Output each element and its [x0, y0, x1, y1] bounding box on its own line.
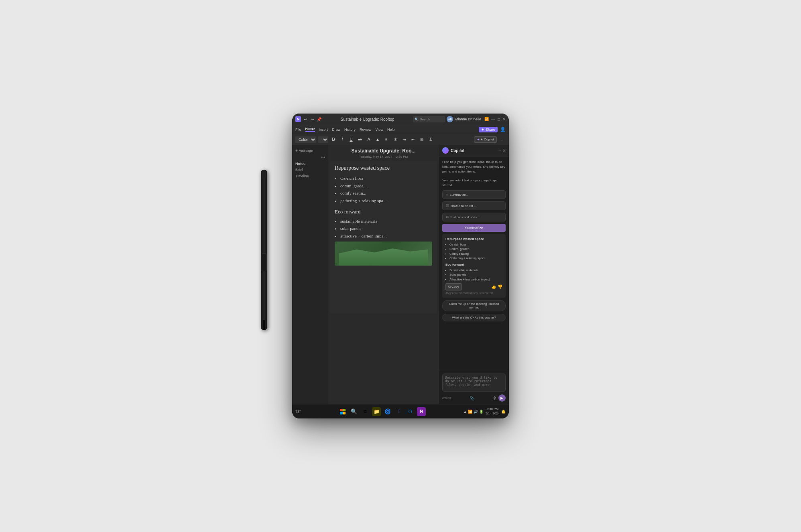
- bullets-button[interactable]: ≡: [383, 136, 390, 143]
- thumbs-up-icon[interactable]: 👍: [491, 284, 496, 290]
- outlook-icon: O: [408, 409, 412, 414]
- note-content: Sustainable Upgrade: Roo... Tuesday, May…: [328, 145, 439, 404]
- add-page-icon: +: [295, 148, 298, 153]
- chevron-up-icon[interactable]: ▲: [463, 410, 467, 414]
- teams-button[interactable]: T: [394, 407, 403, 416]
- task-view-button[interactable]: ⧉: [361, 407, 370, 416]
- note-date-time: Tuesday, May 14, 2024 2:30 PM: [328, 155, 439, 158]
- copilot-close-icon[interactable]: ✕: [502, 148, 506, 153]
- taskbar: 78° 🔍 ⧉: [292, 404, 509, 418]
- titlebar-controls: 📶 — □ ✕: [484, 117, 506, 122]
- result-item-1: Oz-rich flora: [449, 242, 502, 247]
- menu-home[interactable]: Home: [305, 127, 315, 132]
- mic-icon[interactable]: 🎙: [493, 396, 497, 400]
- copilot-panel-logo: [442, 147, 449, 154]
- close-btn[interactable]: ✕: [502, 117, 506, 122]
- summarize-label: Summarize...: [449, 193, 468, 197]
- copilot-header-icons: ··· ✕: [498, 148, 506, 153]
- char-count: 0/5000: [442, 397, 451, 400]
- file-explorer-icon: 📁: [374, 409, 380, 414]
- taskbar-time-display: 2:30 PM: [485, 407, 500, 411]
- highlight-button[interactable]: A: [365, 136, 372, 143]
- result-actions: ⧉ Copy 👍 👎: [445, 283, 502, 290]
- bold-button[interactable]: B: [330, 136, 337, 143]
- taskbar-date-display: 5/14/2024: [485, 412, 500, 416]
- strikethrough-button[interactable]: ab: [356, 136, 364, 143]
- outdent-button[interactable]: ⇤: [409, 136, 417, 143]
- font-size-selector[interactable]: 11: [318, 136, 328, 143]
- numbered-list-button[interactable]: ①: [392, 136, 399, 143]
- titlebar-search[interactable]: 🔍 Search: [413, 116, 445, 122]
- color-button[interactable]: ▲: [374, 136, 381, 143]
- task-view-icon: ⧉: [364, 409, 367, 414]
- sidebar-add-page[interactable]: + Add page: [292, 147, 328, 154]
- suggestion-todo[interactable]: ☑ Draft a to do list...: [442, 201, 506, 210]
- result-section2-title: Eco forward: [445, 262, 502, 267]
- font-selector[interactable]: Calibri: [295, 136, 316, 143]
- tablet: N ↩ ↪ 📌 Sustainable Upgrade: Rooftop 🔍 S…: [292, 114, 509, 418]
- more-ribbon-button[interactable]: ···: [498, 136, 506, 143]
- summarize-button[interactable]: Summarize: [442, 224, 506, 232]
- volume-icon[interactable]: 🔊: [474, 410, 478, 414]
- table-button[interactable]: ⊞: [418, 136, 425, 143]
- menu-review[interactable]: Review: [360, 128, 372, 132]
- onenote-taskbar-button[interactable]: N: [417, 407, 426, 416]
- menu-draw[interactable]: Draw: [332, 128, 340, 132]
- prompt-suggestion-2[interactable]: What are the OKRs this quarter?: [442, 314, 506, 321]
- copilot-intro-text: I can help you generate ideas, make to-d…: [442, 160, 506, 174]
- file-explorer-button[interactable]: 📁: [372, 407, 381, 416]
- menu-view[interactable]: View: [376, 128, 383, 132]
- menu-insert[interactable]: Insert: [319, 128, 328, 132]
- titlebar: N ↩ ↪ 📌 Sustainable Upgrade: Rooftop 🔍 S…: [292, 114, 509, 125]
- stylus-pen: [261, 170, 267, 330]
- undo-icon[interactable]: ↩: [303, 116, 308, 122]
- underline-button[interactable]: U: [348, 136, 355, 143]
- wifi-status-icon[interactable]: 📶: [468, 410, 472, 414]
- note-header: Sustainable Upgrade: Roo...: [328, 145, 439, 155]
- menu-history[interactable]: History: [344, 128, 356, 132]
- suggestion-pros-cons[interactable]: ⊕ List pros and cons...: [442, 213, 506, 221]
- copilot-more-icon[interactable]: ···: [498, 148, 501, 153]
- list-item-2: comm. garde...: [340, 182, 432, 190]
- copilot-button[interactable]: ✦ ✦ Copilot: [474, 136, 497, 143]
- send-button[interactable]: ▶: [498, 394, 506, 402]
- sidebar-tools-row: ⊶: [292, 154, 328, 160]
- windows-start-button[interactable]: [338, 407, 347, 416]
- minimize-btn[interactable]: —: [491, 117, 495, 122]
- attach-icon[interactable]: 📎: [470, 396, 474, 400]
- sidebar-item-timeline[interactable]: Timeline: [292, 173, 328, 179]
- sidebar-item-brief[interactable]: Brief: [292, 167, 328, 173]
- copy-button[interactable]: ⧉ Copy: [445, 283, 462, 290]
- maximize-btn[interactable]: □: [498, 117, 500, 122]
- handwritten-title1: Repurpose wasted space: [335, 165, 432, 171]
- wifi-icon: 📶: [484, 117, 489, 122]
- copilot-header: Copilot ··· ✕: [439, 145, 509, 156]
- edge-button[interactable]: 🌀: [383, 407, 392, 416]
- prompt-suggestion-1[interactable]: Catch me up on the meeting I missed morn…: [442, 300, 506, 311]
- result-item-2: Comm. garden: [449, 247, 502, 251]
- note-page[interactable]: Repurpose wasted space Oz-rich flora com…: [330, 161, 437, 313]
- menu-help[interactable]: Help: [387, 128, 395, 132]
- account-icon[interactable]: 👤: [500, 127, 506, 132]
- indent-button[interactable]: ⇥: [400, 136, 408, 143]
- taskbar-clock[interactable]: 2:30 PM 5/14/2024: [485, 407, 500, 416]
- share-button[interactable]: ✦ Share: [479, 127, 498, 132]
- redo-icon[interactable]: ↪: [309, 116, 315, 122]
- outlook-button[interactable]: O: [406, 407, 415, 416]
- battery-icon[interactable]: 🔋: [479, 410, 484, 414]
- formula-button[interactable]: Σ: [427, 136, 434, 143]
- notification-icon[interactable]: 🔔: [501, 410, 506, 414]
- summarize-icon: ≡: [446, 193, 448, 197]
- teams-icon: T: [397, 409, 400, 414]
- copilot-textarea[interactable]: [442, 374, 506, 392]
- result-item-4: Gathering + relaxing space: [449, 256, 502, 260]
- pin-icon[interactable]: 📌: [316, 116, 322, 122]
- search-taskbar-button[interactable]: 🔍: [350, 407, 358, 416]
- menu-file[interactable]: File: [295, 128, 301, 132]
- italic-button[interactable]: I: [339, 136, 346, 143]
- input-actions-row: 0/5000 📎 🎙 ▶: [442, 394, 506, 402]
- suggestion-summarize[interactable]: ≡ Summarize...: [442, 190, 506, 199]
- sort-icon[interactable]: ⊶: [321, 155, 325, 159]
- taskbar-right: ▲ 📶 🔊 🔋 2:30 PM 5/14/2024 🔔: [463, 407, 506, 416]
- thumbs-down-icon[interactable]: 👎: [498, 284, 502, 290]
